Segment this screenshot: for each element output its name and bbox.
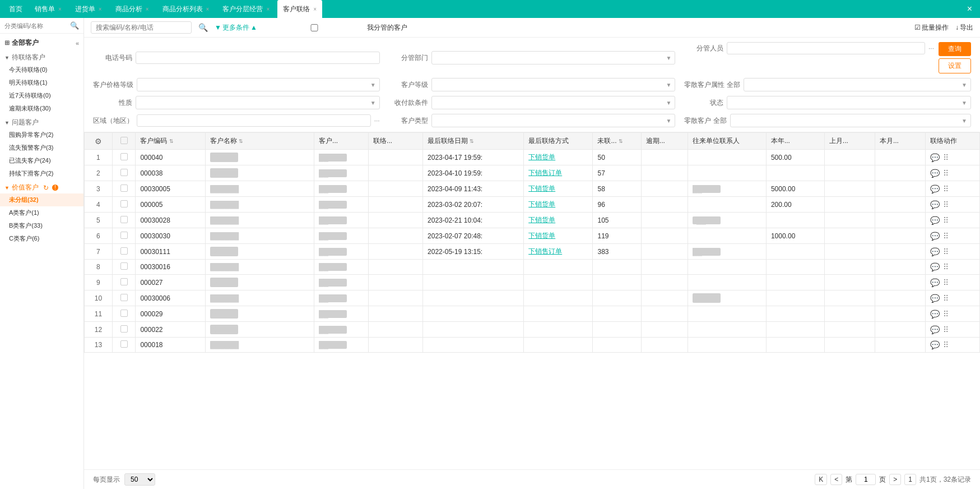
sidebar-item-class-c[interactable]: C类客户(6) [0, 232, 83, 245]
sidebar-item-tomorrow[interactable]: 明天待联络(1) [0, 76, 83, 89]
row-checkbox[interactable] [120, 325, 128, 333]
last-method-link[interactable]: 下销货单 [528, 184, 555, 192]
apps-icon[interactable]: ⠿ [943, 232, 949, 241]
filter-dept-select[interactable]: ▼ [431, 51, 676, 64]
first-page-btn[interactable]: K [815, 474, 827, 485]
sidebar-item-today[interactable]: 今天待联络(0) [0, 63, 83, 76]
close-all-icon[interactable]: × [964, 4, 976, 14]
chat-icon[interactable]: 💬 [930, 262, 940, 271]
chat-icon[interactable]: 💬 [930, 169, 940, 178]
apps-icon[interactable]: ⠿ [943, 278, 949, 287]
row-check[interactable] [112, 306, 136, 322]
close-tab-product-analysis[interactable]: × [146, 6, 149, 12]
sidebar-item-class-a[interactable]: A类客户(1) [0, 206, 83, 219]
th-code[interactable]: 客户编码 ⇅ [136, 133, 206, 150]
apps-icon[interactable]: ⠿ [943, 153, 949, 162]
sidebar-search-icon[interactable]: 🔍 [70, 21, 79, 30]
th-settings[interactable]: ⚙ [85, 133, 113, 150]
filter-price-level-select[interactable]: ▼ [137, 78, 380, 91]
row-check[interactable] [112, 213, 136, 228]
prev-page-btn[interactable]: < [830, 474, 842, 485]
apps-icon[interactable]: ⠿ [943, 216, 949, 225]
row-check[interactable] [112, 228, 136, 244]
filter-nature-select[interactable]: ▼ [136, 96, 380, 109]
last-method-link[interactable]: 下销货单 [528, 232, 555, 239]
nav-tab-sales[interactable]: 销售单 × [29, 0, 67, 18]
filter-region-input[interactable] [137, 114, 371, 127]
sidebar-item-7days[interactable]: 近7天待联络(0) [0, 89, 83, 102]
th-name[interactable]: 客户名称 ⇅ [206, 133, 314, 150]
last-method-link[interactable]: 下销货单 [528, 153, 555, 161]
sidebar-item-class-b[interactable]: B类客户(33) [0, 219, 83, 232]
last-method-link[interactable]: 下销货单 [528, 200, 555, 208]
region-more-icon[interactable]: ··· [374, 117, 380, 124]
last-method-link[interactable]: 下销货单 [528, 216, 555, 224]
close-tab-customer-tier[interactable]: × [266, 6, 270, 12]
query-button[interactable]: 查询 [939, 42, 971, 56]
chat-icon[interactable]: 💬 [930, 232, 940, 241]
sidebar-search-input[interactable] [4, 22, 70, 29]
search-input[interactable] [91, 21, 192, 34]
my-customers-checkbox[interactable] [264, 24, 365, 31]
close-tab-product-list[interactable]: × [206, 6, 210, 12]
row-check[interactable] [112, 322, 136, 338]
last-page-btn[interactable]: 1 [904, 474, 916, 485]
page-size-select[interactable]: 50 100 200 [124, 473, 155, 486]
nav-tab-product-list[interactable]: 商品分析列表 × [157, 0, 215, 18]
my-customers-checkbox-label[interactable]: 我分管的客户 [264, 23, 407, 33]
chat-icon[interactable]: 💬 [930, 184, 940, 193]
apps-icon[interactable]: ⠿ [943, 247, 949, 256]
apps-icon[interactable]: ⠿ [943, 310, 949, 319]
filter-phone-input[interactable] [136, 52, 380, 64]
row-checkbox[interactable] [120, 200, 128, 207]
filter-scatter-select[interactable]: ▼ [730, 114, 971, 127]
close-tab-purchase[interactable]: × [99, 6, 102, 12]
more-conditions-btn[interactable]: ▼ 更多条件 ▲ [215, 23, 257, 33]
nav-tab-customer-contact[interactable]: 客户联络 × [277, 0, 322, 18]
row-check[interactable] [112, 197, 136, 213]
chat-icon[interactable]: 💬 [930, 247, 940, 256]
close-tab-sales[interactable]: × [58, 6, 62, 12]
sidebar-item-abnormal[interactable]: 囤购异常客户(2) [0, 128, 83, 141]
sidebar-item-overdue[interactable]: 逾期未联络(30) [0, 102, 83, 115]
th-last-date[interactable]: 最后联络日期 ⇅ [423, 133, 524, 150]
filter-status-select[interactable]: ▼ [727, 96, 971, 109]
sidebar-all-customers[interactable]: ⊞ 全部客户 « [0, 34, 83, 50]
filter-customer-type-select[interactable]: ▼ [431, 114, 676, 127]
row-check[interactable] [112, 338, 136, 353]
apps-icon[interactable]: ⠿ [943, 184, 949, 193]
chat-icon[interactable]: 💬 [930, 340, 940, 349]
row-check[interactable] [112, 244, 136, 260]
sidebar-item-declining[interactable]: 持续下滑客户(2) [0, 167, 83, 180]
nav-tab-purchase[interactable]: 进货单 × [69, 0, 108, 18]
chat-icon[interactable]: 💬 [930, 325, 940, 334]
row-checkbox[interactable] [120, 153, 128, 160]
export-btn[interactable]: ↓ 导出 [955, 23, 973, 33]
apps-icon[interactable]: ⠿ [943, 169, 949, 178]
row-checkbox[interactable] [120, 247, 128, 255]
last-method-link[interactable]: 下销售订单 [528, 247, 562, 255]
row-checkbox[interactable] [120, 184, 128, 192]
chat-icon[interactable]: 💬 [930, 200, 940, 209]
row-checkbox[interactable] [120, 232, 128, 239]
nav-tab-product-analysis[interactable]: 商品分析 × [110, 0, 155, 18]
filter-scatter-attr-select[interactable]: ▼ [744, 78, 971, 91]
th-uncontact[interactable]: 未联... ⇅ [593, 133, 641, 150]
last-method-link[interactable]: 下销售订单 [528, 169, 562, 177]
nav-tab-customer-tier[interactable]: 客户分层经营 × [217, 0, 275, 18]
row-check[interactable] [112, 290, 136, 306]
row-checkbox[interactable] [120, 310, 128, 317]
settings-icon[interactable]: ⚙ [95, 137, 102, 146]
close-tab-customer-contact[interactable]: × [313, 6, 317, 12]
row-checkbox[interactable] [120, 294, 128, 301]
apps-icon[interactable]: ⠿ [943, 200, 949, 209]
sidebar-item-churn-warning[interactable]: 流失预警客户(3) [0, 141, 83, 154]
row-check[interactable] [112, 165, 136, 181]
chat-icon[interactable]: 💬 [930, 153, 940, 162]
row-checkbox[interactable] [120, 216, 128, 223]
row-check[interactable] [112, 260, 136, 275]
apps-icon[interactable]: ⠿ [943, 340, 949, 349]
sidebar-collapse-icon[interactable]: « [76, 40, 79, 47]
reset-button[interactable]: 设置 [939, 58, 971, 73]
row-checkbox[interactable] [120, 340, 128, 348]
